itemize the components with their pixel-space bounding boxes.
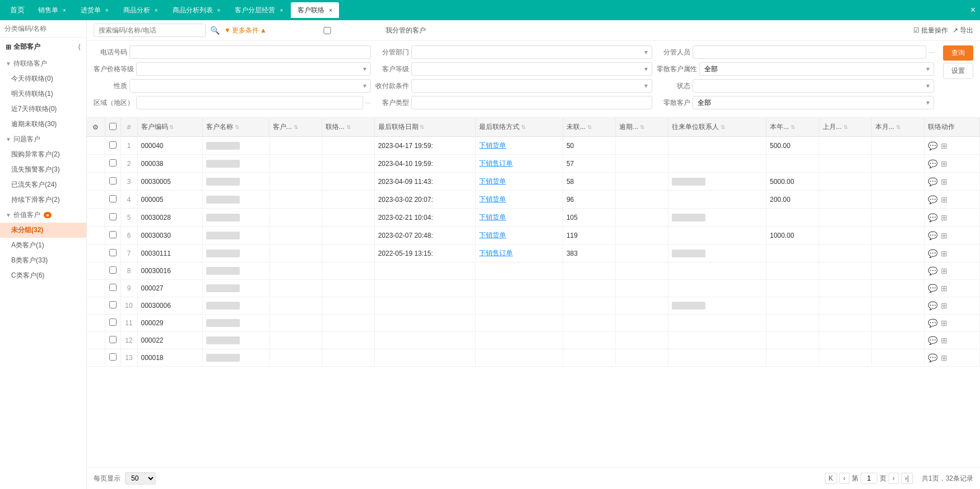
overdue-col-header[interactable]: 逾期...: [615, 118, 668, 137]
row-checkbox[interactable]: [109, 266, 117, 274]
close-icon[interactable]: ×: [105, 7, 109, 13]
batch-operation-button[interactable]: ☑ 批量操作: [913, 26, 948, 35]
collapse-icon[interactable]: ⟨: [78, 43, 81, 51]
customer-type-input[interactable]: [411, 96, 653, 109]
message-icon[interactable]: 💬: [928, 266, 937, 275]
grid-action-icon[interactable]: ⊞: [941, 284, 948, 293]
nav-tab-purchase[interactable]: 进货单 ×: [74, 2, 115, 18]
message-icon[interactable]: 💬: [928, 177, 937, 186]
row-checkbox[interactable]: [109, 195, 117, 202]
contact-method-link[interactable]: 下销货单: [479, 195, 506, 203]
sidebar-item-abnormal[interactable]: 囤购异常客户(2): [0, 147, 86, 162]
search-input[interactable]: [94, 24, 206, 37]
grid-action-icon[interactable]: ⊞: [941, 319, 948, 327]
message-icon[interactable]: 💬: [928, 231, 937, 240]
grid-action-icon[interactable]: ⊞: [941, 213, 948, 222]
sidebar-item-today[interactable]: 今天待联络(0): [0, 71, 86, 86]
message-icon[interactable]: 💬: [928, 159, 937, 168]
region-more-dot-icon[interactable]: ···: [365, 99, 371, 107]
reset-button[interactable]: 设置: [943, 63, 973, 79]
message-icon[interactable]: 💬: [928, 301, 937, 310]
sidebar-item-7days[interactable]: 近7天待联络(0): [0, 102, 86, 117]
price-level-select[interactable]: [136, 62, 371, 76]
my-customers-checkbox[interactable]: 我分管的客户: [271, 26, 426, 35]
row-checkbox[interactable]: [109, 336, 117, 343]
sidebar-item-churned[interactable]: 已流失客户(24): [0, 177, 86, 192]
nav-home[interactable]: 首页: [4, 5, 30, 15]
manager-input[interactable]: [693, 45, 926, 59]
row-checkbox[interactable]: [109, 353, 117, 361]
phone-input[interactable]: [129, 45, 371, 59]
search-button[interactable]: 🔍: [210, 26, 220, 35]
contact-method-link[interactable]: 下销货单: [479, 213, 506, 221]
sidebar-item-class-c[interactable]: C类客户(6): [0, 268, 86, 283]
contact-method-link[interactable]: 下销货单: [479, 177, 506, 185]
row-checkbox[interactable]: [109, 249, 117, 256]
message-icon[interactable]: 💬: [928, 319, 937, 327]
row-checkbox[interactable]: [109, 213, 117, 220]
retail-attr-select[interactable]: 全部: [699, 62, 934, 76]
nav-tab-customer-contact[interactable]: 客户联络 ×: [291, 2, 339, 18]
last-month-col-header[interactable]: 上月...: [819, 118, 871, 137]
query-button[interactable]: 查询: [943, 45, 973, 61]
message-icon[interactable]: 💬: [928, 195, 937, 204]
close-icon[interactable]: ×: [63, 7, 66, 13]
this-year-col-header[interactable]: 本年...: [766, 118, 819, 137]
type-col-header[interactable]: 客户...: [269, 118, 322, 137]
message-icon[interactable]: 💬: [928, 336, 937, 345]
nav-tab-sales[interactable]: 销售单 ×: [31, 2, 73, 18]
row-checkbox[interactable]: [109, 284, 117, 291]
grid-action-icon[interactable]: ⊞: [941, 231, 948, 240]
region-input[interactable]: [136, 96, 363, 109]
last-contact-method-col-header[interactable]: 最后联络方式: [476, 118, 563, 137]
message-icon[interactable]: 💬: [928, 353, 937, 362]
page-number-input[interactable]: [861, 473, 877, 484]
message-icon[interactable]: 💬: [928, 213, 937, 222]
export-button[interactable]: ↗ 导出: [953, 26, 973, 35]
grid-action-icon[interactable]: ⊞: [941, 266, 948, 275]
no-contact-col-header[interactable]: 未联...: [563, 118, 615, 137]
contact-method-link[interactable]: 下销售订单: [479, 249, 513, 257]
sidebar-item-churn-warning[interactable]: 流失预警客户(3): [0, 162, 86, 177]
close-icon[interactable]: ×: [329, 7, 332, 13]
payment-select[interactable]: [411, 79, 653, 93]
row-checkbox[interactable]: [109, 177, 117, 184]
grid-action-icon[interactable]: ⊞: [941, 336, 948, 345]
next-page-button[interactable]: ›: [889, 473, 899, 484]
contact-method-link[interactable]: 下销货单: [479, 231, 506, 239]
row-checkbox[interactable]: [109, 301, 117, 308]
unit-contact-col-header[interactable]: 往来单位联系人: [668, 118, 766, 137]
grid-action-icon[interactable]: ⊞: [941, 249, 948, 258]
sidebar-item-class-b[interactable]: B类客户(33): [0, 253, 86, 268]
this-month-col-header[interactable]: 本月...: [871, 118, 924, 137]
code-col-header[interactable]: 客户编码: [137, 118, 203, 137]
grid-action-icon[interactable]: ⊞: [941, 195, 948, 204]
nav-tab-product-list[interactable]: 商品分析列表 ×: [166, 2, 227, 18]
message-icon[interactable]: 💬: [928, 141, 937, 150]
row-checkbox[interactable]: [109, 319, 117, 326]
customer-level-select[interactable]: [411, 62, 653, 76]
prev-page-button[interactable]: ‹: [839, 473, 849, 484]
row-checkbox[interactable]: [109, 231, 117, 238]
grid-action-icon[interactable]: ⊞: [941, 141, 948, 150]
first-page-button[interactable]: K: [825, 473, 837, 484]
all-customers-header[interactable]: ⊞ 全部客户 ⟨: [0, 38, 86, 56]
nav-tab-product-analysis[interactable]: 商品分析 ×: [117, 2, 165, 18]
dept-select[interactable]: [411, 45, 653, 59]
pending-contact-group[interactable]: ▼ 待联络客户: [0, 56, 86, 71]
contact-col-header[interactable]: 联络...: [322, 118, 374, 137]
value-customers-group[interactable]: ▼ 价值客户 ●: [0, 207, 86, 223]
problem-customers-group[interactable]: ▼ 问题客户: [0, 132, 86, 147]
retail-customer-select[interactable]: 全部: [693, 96, 934, 109]
close-icon[interactable]: ×: [280, 7, 283, 13]
more-conditions-button[interactable]: ▼ 更多条件 ▲: [224, 26, 267, 35]
settings-col-header[interactable]: ⚙: [87, 118, 105, 137]
sidebar-search-input[interactable]: [4, 25, 87, 33]
name-col-header[interactable]: 客户名称: [203, 118, 270, 137]
grid-action-icon[interactable]: ⊞: [941, 159, 948, 168]
contact-method-link[interactable]: 下销售订单: [479, 159, 513, 167]
nature-select[interactable]: [129, 79, 371, 93]
grid-action-icon[interactable]: ⊞: [941, 177, 948, 186]
main-close-button[interactable]: ×: [970, 5, 976, 15]
grid-action-icon[interactable]: ⊞: [941, 353, 948, 362]
